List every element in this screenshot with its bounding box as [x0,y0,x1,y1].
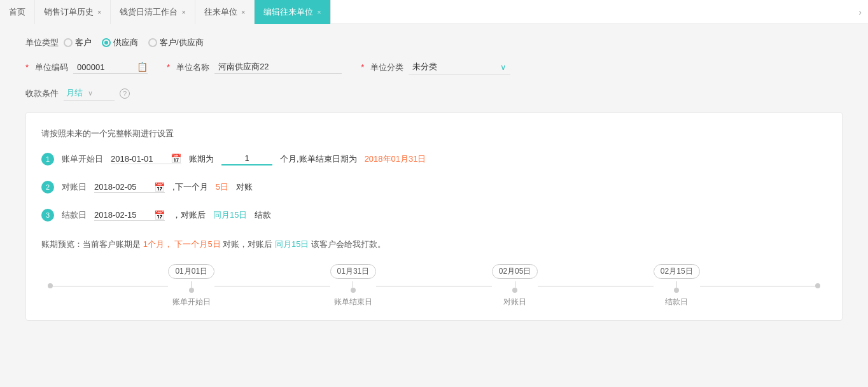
close-icon-edit[interactable]: × [317,8,321,16]
radio-supplier[interactable]: 供应商 [102,37,138,48]
unit-code-input[interactable] [73,61,137,73]
calendar-icon-3[interactable]: 📅 [154,210,165,220]
timeline-seg-1 [53,286,168,286]
step-1-unit: 个月,账单结束日期为 [280,153,357,165]
unit-category-label: 单位分类 [370,62,403,73]
timeline-seg-2 [214,286,330,286]
payment-select[interactable]: 月结 ∨ [64,86,115,101]
step-2-label: 对账日 [62,181,87,193]
radio-customer-label: 客户 [75,37,92,48]
radio-circle-customer [64,38,73,47]
tab-home[interactable]: 首页 [0,0,35,24]
step-2-mid: ,下一个月 [172,181,208,193]
tab-sales-history-label: 销售订单历史 [44,6,94,18]
step-2-num: 2 [41,181,54,194]
preview-part5: 该客户会给我打款。 [311,239,386,249]
main-content: 单位类型 客户 供应商 客户/供应商 * 单位编码 [0,24,868,387]
step-3-highlight: 同月15日 [213,209,247,221]
timeline-seg-4 [538,286,653,286]
timeline-label-3: 对账日 [503,297,526,307]
timeline-badge-4: 02月15日 [654,264,700,279]
unit-code-required: * [25,62,29,72]
close-icon-contacts[interactable]: × [241,8,245,16]
unit-type-group: 单位类型 客户 供应商 客户/供应商 [25,37,204,48]
step-3-row: 3 结款日 📅 ，对账后 同月15日 结款 [41,209,827,222]
step-2-date-input[interactable] [94,182,151,192]
preview-part4: 同月15日 [275,239,309,249]
unit-category-required: * [361,62,364,72]
step-3-label: 结款日 [62,209,87,221]
payment-value: 月结 [64,86,85,100]
timeline-vert-2 [353,281,353,288]
help-icon[interactable]: ? [120,88,130,99]
timeline-badge-2: 01月31日 [330,264,377,279]
tab-contacts[interactable]: 往来单位 × [195,0,255,24]
radio-both-label: 客户/供应商 [160,37,204,48]
timeline-right-dot [815,283,820,288]
step-1-end-date: 2018年01月31日 [365,153,426,165]
tab-sales-history[interactable]: 销售订单历史 × [35,0,111,24]
timeline-left-dot [48,283,53,288]
close-icon-sales[interactable]: × [97,8,101,16]
period-input[interactable] [221,152,272,165]
unit-info-row: * 单位编码 📋 * 单位名称 * 单位分类 未分类 ∨ [25,60,843,74]
unit-category-group: * 单位分类 未分类 ∨ [361,60,510,74]
timeline-vert-1 [191,281,192,288]
unit-name-input[interactable] [214,61,342,74]
tab-edit-contacts-label: 编辑往来单位 [263,6,313,18]
step-3-suffix: 结款 [255,209,271,221]
timeline-node-2: 01月31日 账单结束日 [330,264,377,307]
timeline-node-3: 02月05日 对账日 [492,264,538,307]
radio-circle-both [148,38,157,47]
timeline-label-2: 账单结束日 [334,297,372,307]
close-icon-cash[interactable]: × [181,8,185,16]
step-3-num: 3 [41,209,54,222]
step-2-highlight: 5日 [216,181,228,193]
radio-circle-supplier [102,38,111,47]
timeline-badge-3: 02月05日 [492,264,538,279]
step-3-date-input[interactable] [94,210,151,220]
timeline-label-4: 结款日 [665,297,688,307]
payment-row: 收款条件 月结 ∨ ? [25,86,843,101]
step-1-row: 1 账单开始日 📅 账期为 个月,账单结束日期为 2018年01月31日 [41,152,827,165]
tab-home-label: 首页 [9,6,25,18]
preview-label: 账期预览：当前客户账期是 [41,239,141,249]
step-1-num: 1 [41,153,54,165]
timeline-dot-2 [351,288,356,293]
timeline-node-1: 01月01日 账单开始日 [168,264,214,307]
preview-part2: 下一个月5日 [174,239,220,249]
timeline-vert-3 [515,281,515,288]
unit-type-label: 单位类型 [25,37,59,48]
step-2-suffix: 对账 [236,181,253,193]
radio-customer[interactable]: 客户 [64,37,92,48]
tab-scroll-arrow[interactable]: › [852,7,868,17]
unit-category-select[interactable]: 未分类 ∨ [409,60,510,74]
radio-both[interactable]: 客户/供应商 [148,37,204,48]
timeline-dot-4 [674,288,679,293]
preview-part1: 1个月， [143,239,172,249]
chevron-down-icon-payment: ∨ [88,89,93,97]
tab-bar: 首页 销售订单历史 × 钱货日清工作台 × 往来单位 × 编辑往来单位 × › [0,0,868,24]
calendar-icon-1[interactable]: 📅 [171,153,181,164]
step-1-label: 账单开始日 [62,153,103,165]
unit-code-group: * 单位编码 📋 [25,61,148,74]
timeline-dot-1 [189,288,194,293]
calendar-icon-2[interactable]: 📅 [154,182,165,192]
step-1-date: 📅 [111,153,181,164]
timeline-vert-4 [676,281,677,288]
calendar-icon-code[interactable]: 📋 [137,62,148,72]
tab-cash-workbench-label: 钱货日清工作台 [120,6,178,18]
timeline-seg-5 [700,286,815,286]
tab-cash-workbench[interactable]: 钱货日清工作台 × [111,0,195,24]
timeline: 01月01日 账单开始日 01月31日 账单结束日 02月05日 对账日 [41,264,827,307]
unit-type-row: 单位类型 客户 供应商 客户/供应商 [25,37,843,48]
tab-edit-contacts[interactable]: 编辑往来单位 × [255,0,330,24]
payment-label: 收款条件 [25,88,59,99]
step-1-date-input[interactable] [111,154,168,164]
unit-name-label: 单位名称 [176,62,209,73]
payment-group: 收款条件 月结 ∨ ? [25,86,130,101]
preview-part3: 对账，对账后 [223,239,272,249]
timeline-badge-1: 01月01日 [168,264,214,279]
step-1-mid: 账期为 [189,153,214,165]
timeline-seg-3 [376,286,491,286]
